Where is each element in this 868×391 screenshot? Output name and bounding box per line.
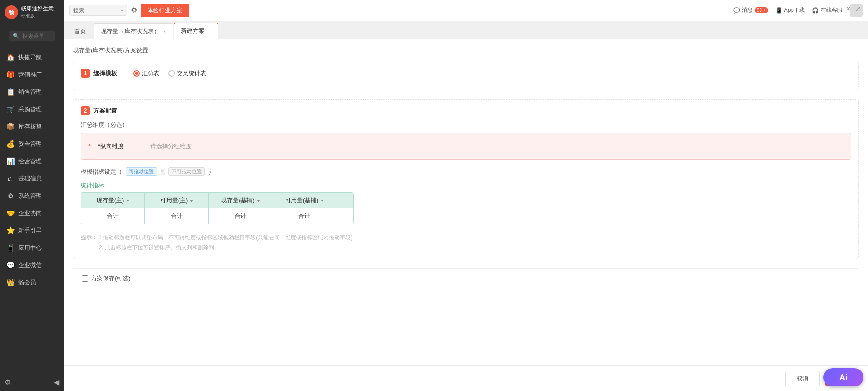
- dimension-placeholder[interactable]: 请选择分组维度: [150, 142, 192, 150]
- topbar-online-service[interactable]: 🎧 在线客服: [812, 6, 842, 14]
- sidebar-item-label: 企业协同: [18, 209, 42, 217]
- window-close-icon[interactable]: ✕: [845, 5, 851, 13]
- bottom-toolbar: 取消 查询: [64, 365, 868, 391]
- save-label: 方案保存(可选): [91, 274, 131, 283]
- sidebar-item-operations[interactable]: 📊 经营管理: [0, 153, 64, 170]
- message-icon: 💬: [733, 7, 740, 14]
- tab-home[interactable]: 首页: [67, 23, 93, 39]
- sidebar-item-new-guide[interactable]: ⭐ 新手引导: [0, 222, 64, 239]
- sidebar-item-enterprise-wechat[interactable]: 💬 企业微信: [0, 257, 64, 274]
- radio-cross-label: 交叉统计表: [177, 69, 206, 77]
- radio-cross[interactable]: 交叉统计表: [168, 69, 206, 77]
- stats-col-3-body: 合计: [272, 208, 336, 224]
- stats-col-1-chevron[interactable]: ▾: [190, 198, 193, 203]
- stats-col-3-chevron[interactable]: ▾: [321, 198, 323, 203]
- tab-new-plan[interactable]: 新建方案 ×: [174, 23, 218, 39]
- sidebar-item-quick-nav[interactable]: 🏠 快捷导航: [0, 49, 64, 66]
- sidebar-item-label: 销售管理: [18, 88, 42, 96]
- sidebar-item-label: 畅会员: [18, 278, 36, 287]
- stats-table-body: 合计 合计 合计 合计: [81, 208, 353, 224]
- settings-bottom-icon[interactable]: ⚙: [5, 378, 11, 386]
- save-checkbox[interactable]: [82, 275, 88, 282]
- topbar-search-box[interactable]: ▾: [69, 5, 127, 16]
- sidebar-item-label: 新手引导: [18, 226, 42, 235]
- sidebar-item-basic-info[interactable]: 🗂 基础信息: [0, 170, 64, 187]
- trial-btn[interactable]: 体验行业方案: [141, 4, 189, 17]
- ai-bubble[interactable]: Ai: [823, 368, 863, 386]
- search-icon: 🔍: [13, 33, 20, 39]
- step2-header: 2 方案配置: [81, 106, 851, 115]
- gear-icon: ⚙: [6, 192, 15, 200]
- sidebar-item-marketing[interactable]: 🎁 营销推广: [0, 66, 64, 83]
- topbar-gear-icon[interactable]: ⚙: [131, 6, 137, 15]
- logo-text-block: 畅康通好生意 标准版: [21, 5, 54, 19]
- drag-badge: 可拖动位置: [126, 167, 157, 176]
- box-icon: 📦: [6, 123, 15, 131]
- topbar-app-download[interactable]: 📱 App下载: [776, 6, 805, 14]
- step1-header: 1 选择模板 汇总表 交叉统计表: [81, 69, 851, 78]
- stats-table: 现存量(主) ▾ 可用量(主) ▾ 现存量(基辅) ▾: [81, 192, 354, 224]
- topbar-search-input[interactable]: [73, 7, 119, 14]
- tab-new-label: 新建方案: [181, 27, 204, 35]
- sidebar-bottom: ⚙ ◀: [0, 373, 64, 391]
- window-expand-icon[interactable]: ⤢: [855, 5, 861, 13]
- topbar-left: ▾ ⚙ 体验行业方案: [69, 4, 730, 17]
- search-menu-input[interactable]: [22, 33, 59, 39]
- chat-icon: 💬: [6, 261, 15, 269]
- dimension-label-text: *纵向维度: [98, 142, 124, 150]
- sidebar-search-box[interactable]: 🔍: [9, 31, 55, 41]
- headset-icon: 🎧: [812, 7, 819, 14]
- tab-inventory-label: 现存量（库存状况表）: [101, 27, 160, 36]
- stats-col-2-label: 现存量(基辅): [221, 196, 255, 205]
- indicator-label-suffix: ）: [209, 168, 214, 176]
- save-option: 方案保存(可选): [73, 268, 859, 288]
- indicator-settings: 模板指标设定（ 可拖动位置 ▒ 不可拖动位置 ）: [81, 167, 851, 176]
- collapse-icon[interactable]: ◀: [54, 378, 59, 386]
- topbar-right: 💬 消息 99 + 📱 App下载 🎧 在线客服: [733, 4, 863, 17]
- stats-col-3-header: 可用量(基辅) ▾: [272, 193, 336, 208]
- sidebar-item-member[interactable]: 👑 畅会员: [0, 274, 64, 291]
- tab-home-label: 首页: [74, 27, 86, 36]
- sidebar-item-app-center[interactable]: 📱 应用中心: [0, 239, 64, 257]
- sidebar-item-sales[interactable]: 📋 销售管理: [0, 83, 64, 101]
- sidebar-item-company[interactable]: 🤝 企业协同: [0, 205, 64, 222]
- tab-inventory-close-icon[interactable]: ×: [163, 29, 166, 34]
- mobile-icon: 📱: [776, 7, 782, 14]
- stats-col-0-chevron[interactable]: ▾: [127, 198, 129, 203]
- crown-icon: 👑: [6, 278, 15, 287]
- sidebar-item-label: 经营管理: [18, 157, 42, 165]
- panel-title: 现存量(库存状况表)方案设置: [73, 46, 859, 55]
- logo-app-name: 畅康通好生意: [21, 5, 54, 13]
- sales-icon: 📋: [6, 88, 15, 96]
- cart-icon: 🛒: [6, 105, 15, 113]
- step1-badge: 1: [81, 69, 90, 78]
- sidebar-item-finance[interactable]: 💰 资金管理: [0, 135, 64, 153]
- stats-col-2-chevron[interactable]: ▾: [257, 198, 260, 203]
- tab-inventory-status[interactable]: 现存量（库存状况表） ×: [94, 23, 173, 39]
- online-service-label: 在线客服: [821, 6, 842, 14]
- sidebar-item-purchase[interactable]: 🛒 采购管理: [0, 101, 64, 118]
- indicator-settings-label: 模板指标设定（ 可拖动位置 ▒ 不可拖动位置 ）: [81, 167, 851, 176]
- stats-col-1-body: 合计: [145, 208, 209, 224]
- tab-new-close-icon[interactable]: ×: [208, 28, 211, 34]
- stats-col-2-header: 现存量(基辅) ▾: [209, 193, 272, 208]
- radio-summary[interactable]: 汇总表: [133, 69, 159, 77]
- topbar-dropdown-icon[interactable]: ▾: [121, 8, 123, 13]
- sidebar-item-label: 营销推广: [18, 71, 42, 79]
- dimension-separator: ——: [131, 143, 143, 150]
- home-icon: 🏠: [6, 53, 15, 62]
- sidebar-item-inventory[interactable]: 📦 库存核算: [0, 118, 64, 135]
- logo-badge: 标准版: [21, 13, 54, 19]
- ai-label: Ai: [839, 373, 848, 382]
- sidebar-item-label: 资金管理: [18, 140, 42, 148]
- sidebar-item-system[interactable]: ⚙ 系统管理: [0, 187, 64, 205]
- topbar: ▾ ⚙ 体验行业方案 💬 消息 99 + 📱 App下载 🎧 在线客服: [64, 0, 868, 21]
- phone-icon: 📱: [6, 244, 15, 252]
- cancel-button[interactable]: 取消: [785, 371, 820, 386]
- sidebar-item-label: 应用中心: [18, 244, 42, 252]
- topbar-message[interactable]: 💬 消息 99 +: [733, 6, 768, 14]
- dimension-required-star: *: [88, 143, 91, 150]
- stats-col-1-label: 可用量(主): [160, 196, 188, 205]
- stats-table-header: 现存量(主) ▾ 可用量(主) ▾ 现存量(基辅) ▾: [81, 193, 353, 208]
- stats-col-0-header: 现存量(主) ▾: [81, 193, 145, 208]
